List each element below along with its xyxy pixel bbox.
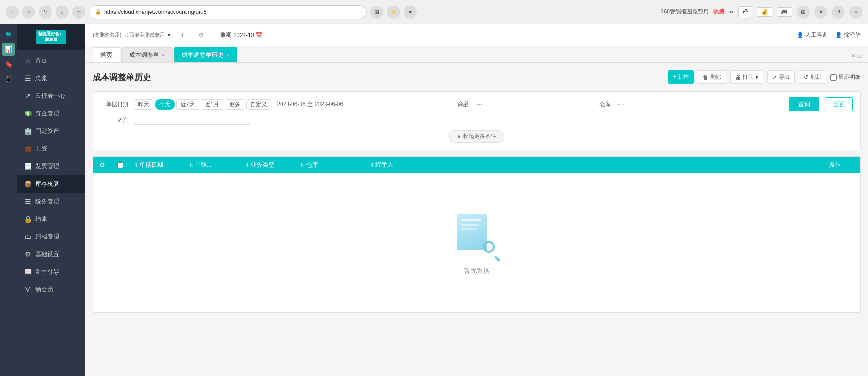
nav-settings[interactable]: ⚙ 基础设置 [17, 245, 85, 263]
nav-inventory[interactable]: 📦 库存核算 [17, 175, 85, 193]
query-btn[interactable]: 查询 [789, 97, 819, 111]
wallet-btn[interactable]: 💰 [757, 7, 772, 17]
tab-cost-adjust-history[interactable]: 成本调整单历史 × [174, 47, 237, 62]
date-yesterday-btn[interactable]: 昨天 [134, 99, 153, 110]
nav-tax[interactable]: ☰ 税务管理 [17, 193, 85, 210]
tab-cost-adjust-history-close[interactable]: × [226, 52, 229, 58]
select-all-checkbox[interactable] [117, 162, 123, 168]
nav-inventory-label: 库存核算 [35, 180, 59, 188]
date-more-btn[interactable]: 更多 [225, 99, 244, 110]
scissors-icon[interactable]: ✂ [729, 9, 734, 15]
goods-filter-dots[interactable]: ··· [476, 100, 482, 108]
hot-label: 热搜 [713, 8, 724, 16]
date-1month-btn[interactable]: 近1月 [201, 99, 224, 110]
empty-state: 暂无数据 [93, 173, 860, 312]
th-biz-type[interactable]: ⇅ 业务类型 [239, 161, 295, 169]
nav-funds[interactable]: 💵 资金管理 [17, 105, 85, 122]
game-btn[interactable]: 🎮 [777, 7, 792, 17]
nav-invoice[interactable]: 🧾 发票管理 [17, 157, 85, 175]
icon-sidebar-item-2[interactable]: 🔖 [2, 57, 15, 70]
date-7days-btn[interactable]: 近7天 [176, 99, 199, 110]
filter-settings-btn[interactable]: 设置 [825, 97, 853, 111]
remark-filter-row: 备注 [100, 116, 853, 125]
member-icon: V [24, 286, 31, 293]
nav-guide[interactable]: 📖 新手引导 [17, 263, 85, 281]
date-today-btn[interactable]: 今天 [155, 99, 175, 110]
top-bar: (勿删勿禁用) 江西服宝测试专用 ▾ + ⚙ 账期 2021-10 📅 👤 人工… [85, 24, 868, 46]
th-date[interactable]: ⇅ 单据日期 [128, 161, 184, 169]
calendar-icon[interactable]: 📅 [256, 32, 262, 38]
bookmark-button[interactable]: ☆ [72, 6, 85, 19]
date-custom-btn[interactable]: 自定义 [246, 99, 271, 110]
fixed-assets-icon: 🏢 [24, 127, 31, 135]
nav-reports[interactable]: ↗ 云报表中心 [17, 87, 85, 105]
th-settings[interactable]: ⚙ [93, 162, 112, 169]
nav-ledger[interactable]: ☰ 总账 [17, 69, 85, 87]
sidebar-logo: 畅捷通好会计 旗舰版 [17, 24, 85, 50]
extensions-button[interactable]: ⊞ [370, 6, 383, 19]
close-all-tabs-btn[interactable]: × [851, 52, 855, 60]
home-button[interactable]: ⌂ [56, 6, 69, 19]
th-handler[interactable]: ⇅ 经手人 [364, 161, 434, 169]
export-btn-label: 导出 [779, 73, 790, 81]
lock-icon: 🔒 [95, 9, 101, 15]
nav-archive[interactable]: 🗂 归档管理 [17, 228, 85, 245]
export-btn[interactable]: ↗ 导出 [767, 70, 795, 84]
tab-cost-adjust[interactable]: 成本调整单 × [121, 47, 173, 62]
sort-handler-icon: ⇅ [370, 163, 374, 168]
tab-home[interactable]: 首页 [93, 47, 120, 62]
company-name: 江西服宝测试专用 [124, 31, 165, 38]
refresh-btn[interactable]: ↺ 刷新 [799, 70, 826, 84]
icon-sidebar-item-3[interactable]: 📱 [2, 72, 15, 85]
th-checkbox[interactable] [112, 162, 128, 168]
lightning-button[interactable]: ⚡ [387, 6, 400, 19]
icon-sidebar-logo: 畅 [2, 28, 15, 41]
empty-illustration [451, 210, 502, 261]
user-name[interactable]: 👤 徐泽华 [835, 31, 861, 39]
print-btn-label: 打印 [743, 73, 754, 81]
dropdown-button[interactable]: ▾ [404, 6, 417, 19]
menu-btn[interactable]: ≡ [849, 6, 862, 19]
period-label: 账期 [220, 31, 231, 39]
icon-sidebar-active[interactable]: 📊 [2, 43, 15, 56]
print-btn[interactable]: 🖨 打印 ▾ [730, 70, 763, 84]
delete-btn[interactable]: 🗑 删除 [698, 70, 726, 84]
closing-icon: 🔒 [24, 215, 31, 223]
empty-text: 暂无数据 [464, 267, 490, 275]
undo-btn[interactable]: ↺ [832, 6, 845, 19]
company-selector[interactable]: (勿删勿禁用) 江西服宝测试专用 ▾ [93, 31, 170, 38]
expand-tabs-btn[interactable]: □ [857, 53, 861, 59]
settings-top-btn[interactable]: ⚙ [194, 29, 207, 42]
th-voucher[interactable]: ⇅ 单张... [184, 161, 239, 169]
doc-line1 [461, 219, 481, 221]
url-bar[interactable]: 🔒 https://cloud.chanjet.com/accounting/u… [89, 5, 367, 19]
browser-right-tools: 360智能抠图免费用 热搜 ✂ 译 💰 🎮 ⊞ ☀ ↺ ≡ [661, 6, 862, 19]
display-toggle: 显示明细 [830, 73, 861, 81]
user-service[interactable]: 👤 人工咨询 [797, 31, 828, 39]
add-company-btn[interactable]: + [176, 29, 189, 42]
tab-cost-adjust-label: 成本调整单 [129, 51, 159, 59]
display-detail-checkbox[interactable] [830, 74, 837, 81]
settings-icon: ⚙ [24, 251, 31, 258]
back-button[interactable]: ‹ [6, 6, 19, 19]
forward-button[interactable]: › [22, 6, 35, 19]
nav-closing[interactable]: 🔒 结账 [17, 210, 85, 228]
icon-sidebar: 畅 📊 🔖 📱 [0, 24, 17, 376]
nav-member[interactable]: V 畅会员 [17, 281, 85, 298]
new-btn-label: + 新增 [673, 73, 689, 81]
tab-cost-adjust-close[interactable]: × [162, 52, 165, 58]
nav-home[interactable]: ⌂ 首页 [17, 52, 85, 69]
grid-btn[interactable]: ⊞ [797, 6, 810, 19]
nav-funds-label: 资金管理 [35, 109, 59, 118]
nav-salary[interactable]: 💼 工资 [17, 140, 85, 157]
translate-btn[interactable]: 译 [738, 6, 752, 17]
remark-input[interactable] [134, 116, 250, 125]
collapse-btn[interactable]: ∧ 收起更多条件 [449, 130, 504, 143]
refresh-button[interactable]: ↻ [39, 6, 52, 19]
warehouse-filter-dots[interactable]: ··· [618, 100, 624, 108]
brightness-btn[interactable]: ☀ [814, 6, 827, 19]
new-btn[interactable]: + 新增 [668, 70, 694, 84]
logo-line1: 畅捷通好会计 [38, 31, 63, 37]
nav-fixed-assets[interactable]: 🏢 固定资产 [17, 122, 85, 140]
th-warehouse[interactable]: ⇅ 仓库 [295, 161, 364, 169]
